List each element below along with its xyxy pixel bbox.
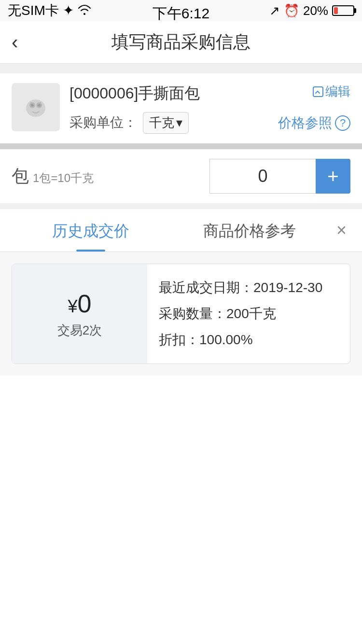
price-ref-button[interactable]: 价格参照 ? — [278, 114, 350, 132]
product-unit-row: 采购单位： 千克 ▾ 价格参照 ? — [70, 112, 350, 134]
discount-label: 折扣： — [159, 332, 199, 347]
status-bar: 无SIM卡 ✦ 下午6:12 ↗ ⏰ 20% — [0, 0, 362, 21]
price-ref-label: 价格参照 — [278, 114, 332, 132]
unit-select[interactable]: 千克 ▾ — [143, 112, 189, 134]
status-time: 下午6:12 — [153, 4, 209, 24]
svg-point-0 — [26, 99, 45, 117]
alarm-icon: ⏰ — [284, 3, 299, 18]
tab-close-button[interactable]: × — [333, 220, 350, 240]
product-thumbnail — [12, 83, 60, 131]
quantity-label: 包 1包=10千克 — [12, 165, 94, 188]
edit-label: 编辑 — [325, 83, 350, 100]
quantity-conversion: 1包=10千克 — [33, 170, 94, 186]
discount-row: 折扣：100.00% — [159, 331, 338, 349]
edit-button[interactable]: 编辑 — [313, 83, 350, 100]
help-icon: ? — [335, 115, 350, 131]
nav-bar: ‹ 填写商品采购信息 — [0, 21, 362, 64]
history-content: ¥0 交易2次 最近成交日期：2019-12-30 采购数量：200千克 折扣：… — [0, 252, 362, 376]
status-left: 无SIM卡 ✦ — [8, 1, 91, 20]
tab-section: 历史成交价 商品价格参考 × ¥0 交易2次 最近成交日期：2019-12-30… — [0, 209, 362, 376]
quantity-input[interactable] — [209, 159, 316, 194]
back-button[interactable]: ‹ — [12, 31, 18, 53]
product-card: [0000006]手撕面包 编辑 采购单位： 千克 ▾ 价格参照 ? — [0, 73, 362, 143]
unit-value: 千克 — [149, 114, 174, 131]
yen-symbol: ¥ — [68, 296, 78, 316]
history-price: ¥0 — [68, 289, 92, 318]
transaction-count: 交易2次 — [57, 322, 102, 339]
tab-active-underline — [76, 250, 105, 252]
quantity-controls: + — [209, 159, 350, 194]
history-card: ¥0 交易2次 最近成交日期：2019-12-30 采购数量：200千克 折扣：… — [12, 264, 350, 364]
history-right-panel: 最近成交日期：2019-12-30 采购数量：200千克 折扣：100.00% — [147, 264, 350, 364]
quantity-row: 包 1包=10千克 + — [0, 149, 362, 203]
tab-product-price[interactable]: 商品价格参考 — [170, 209, 328, 252]
unit-label: 采购单位： — [70, 115, 137, 130]
bottom-area — [0, 376, 362, 644]
date-label: 最近成交日期： — [159, 280, 253, 295]
tab-bar: 历史成交价 商品价格参考 × — [0, 209, 362, 252]
battery-icon — [332, 5, 354, 16]
product-info: [0000006]手撕面包 编辑 采购单位： 千克 ▾ 价格参照 ? — [70, 83, 350, 134]
qty-label: 采购数量： — [159, 306, 226, 321]
location-icon: ↗ — [269, 3, 280, 18]
tab-history-price[interactable]: 历史成交价 — [12, 209, 170, 252]
quantity-row-detail: 采购数量：200千克 — [159, 305, 338, 323]
status-right: ↗ ⏰ 20% — [269, 3, 354, 18]
price-value: 0 — [78, 290, 92, 318]
quantity-plus-button[interactable]: + — [316, 159, 350, 194]
chevron-down-icon: ▾ — [176, 115, 182, 130]
battery-percent: 20% — [303, 3, 328, 18]
gray-separator — [0, 143, 362, 149]
tab-product-label: 商品价格参考 — [203, 222, 296, 239]
qty-value: 200千克 — [226, 306, 276, 321]
unit-label-wrap: 采购单位： 千克 ▾ — [70, 112, 189, 134]
product-header: [0000006]手撕面包 编辑 — [70, 83, 350, 104]
tab-history-label: 历史成交价 — [52, 222, 129, 239]
carrier-text: 无SIM卡 ✦ — [8, 1, 74, 20]
history-left-panel: ¥0 交易2次 — [12, 264, 147, 364]
discount-value: 100.00% — [199, 332, 253, 347]
date-value: 2019-12-30 — [253, 280, 322, 295]
product-name: [0000006]手撕面包 — [70, 83, 200, 104]
quantity-unit: 包 — [12, 165, 29, 188]
page-title: 填写商品采购信息 — [111, 30, 251, 54]
wifi-icon — [78, 3, 91, 18]
date-row: 最近成交日期：2019-12-30 — [159, 279, 338, 297]
